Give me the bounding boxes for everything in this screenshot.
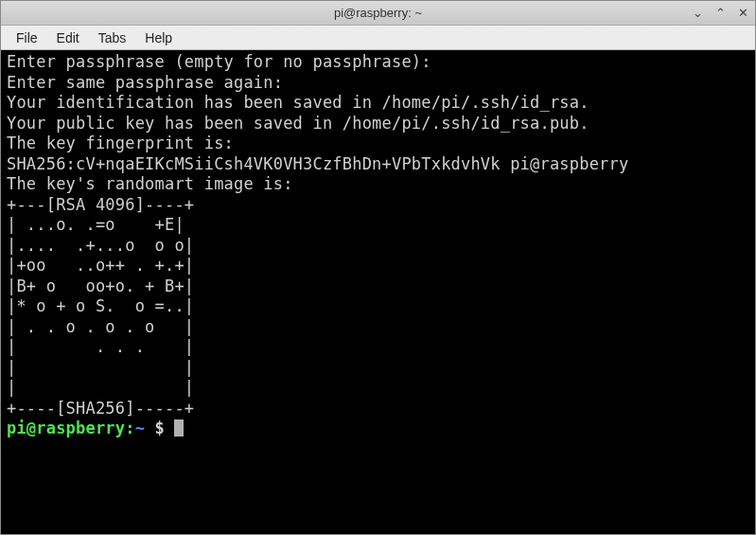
terminal-line: | | (7, 378, 194, 397)
maximize-icon[interactable]: ⌃ (713, 7, 727, 19)
terminal-line: Your identification has been saved in /h… (7, 93, 589, 112)
menubar: File Edit Tabs Help (1, 26, 755, 50)
terminal-line: Enter same passphrase again: (7, 73, 283, 92)
cursor (174, 419, 184, 437)
prompt-userhost: pi@raspberry (7, 419, 125, 437)
terminal-line: Enter passphrase (empty for no passphras… (7, 52, 431, 71)
menu-tabs[interactable]: Tabs (91, 28, 134, 47)
close-icon[interactable]: ✕ (736, 7, 749, 19)
terminal-line: SHA256:cV+nqaEIKcMSiiCsh4VK0VH3CzfBhDn+V… (7, 154, 628, 173)
window-title: pi@raspberry: ~ (334, 6, 422, 20)
prompt-colon: : (125, 419, 134, 437)
terminal-line: Your public key has been saved in /home/… (7, 114, 589, 133)
terminal-line: | | (7, 358, 194, 377)
terminal-window: pi@raspberry: ~ ⌄ ⌃ ✕ File Edit Tabs Hel… (0, 0, 756, 535)
terminal-line: +----[SHA256]-----+ (7, 399, 194, 418)
terminal-line: |+oo ..o++ . +.+| (7, 256, 194, 275)
prompt-symbol: $ (155, 419, 165, 437)
prompt-cwd: ~ (135, 419, 145, 437)
menu-help[interactable]: Help (137, 28, 180, 47)
minimize-icon[interactable]: ⌄ (691, 7, 704, 19)
menu-edit[interactable]: Edit (49, 28, 87, 47)
menu-file[interactable]: File (9, 28, 45, 47)
titlebar[interactable]: pi@raspberry: ~ ⌄ ⌃ ✕ (1, 1, 755, 26)
terminal-line: |.... .+...o o o| (7, 236, 194, 255)
terminal-line: The key fingerprint is: (7, 134, 234, 152)
terminal-line: | . . o . o . o | (7, 317, 194, 336)
terminal-line: | ...o. .=o +E| (7, 215, 185, 234)
terminal-line: The key's randomart image is: (7, 174, 293, 193)
terminal-line: |* o + o S. o =..| (7, 296, 194, 315)
terminal-line: |B+ o oo+o. + B+| (7, 276, 194, 295)
terminal-line: | . . . | (7, 337, 194, 356)
terminal-line: +---[RSA 4096]----+ (7, 195, 194, 214)
terminal-output[interactable]: Enter passphrase (empty for no passphras… (1, 50, 755, 534)
window-controls: ⌄ ⌃ ✕ (691, 1, 749, 25)
